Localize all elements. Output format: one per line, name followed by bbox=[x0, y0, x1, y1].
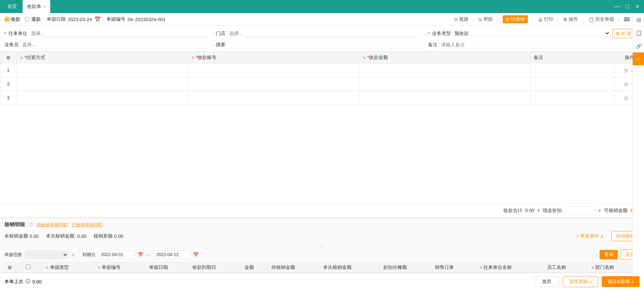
current-stat: 本次核销金额: 0.00 bbox=[46, 233, 86, 239]
row-1-delete-icon[interactable]: 🗑 bbox=[624, 67, 629, 73]
date-to-input[interactable] bbox=[154, 251, 190, 259]
biz-type-label: 业务类型 bbox=[432, 30, 451, 37]
equals-sign: = bbox=[598, 208, 601, 213]
row-1-account[interactable] bbox=[188, 63, 359, 77]
prev-info-icon[interactable]: ⓘ bbox=[25, 278, 30, 285]
bottom-col-employee: 员工名称 bbox=[544, 262, 588, 273]
pending-tab[interactable]: 待核销单据(0笔) bbox=[36, 222, 68, 228]
col-settings-header[interactable]: ⚙ bbox=[0, 52, 16, 63]
shop-label: 门店 bbox=[216, 30, 225, 37]
tab-receipt[interactable]: 收款单 × bbox=[23, 0, 50, 13]
writeoff-stats-row: 未核销金额 0.00 本次核销金额: 0.00 核销差额 0.00 ▽ 更多条件… bbox=[4, 231, 640, 241]
tab-bar: 首页 收款单 × — □ × bbox=[0, 0, 644, 13]
more-conditions-link[interactable]: ▽ 更多条件 ∧ bbox=[576, 233, 604, 239]
row-3-settlement[interactable] bbox=[16, 91, 188, 105]
query-button[interactable]: 查询 bbox=[600, 250, 618, 259]
more-conditions-label: 更多条件 bbox=[580, 233, 599, 239]
footer-right: 放弃 保存草稿 ∧ 保存&新增 ∧ bbox=[534, 276, 640, 287]
row-2-amount[interactable] bbox=[359, 77, 531, 91]
row-2-account[interactable] bbox=[188, 77, 359, 91]
divider1: | bbox=[473, 17, 474, 22]
row-2-remark[interactable] bbox=[531, 77, 615, 91]
filter-left: 单据范围 ∨ 到期日 📅 — 📅 bbox=[4, 250, 199, 259]
date-to-calendar-icon[interactable]: 📅 bbox=[193, 252, 199, 257]
menu-line1 bbox=[624, 17, 630, 18]
bottom-col-doc-num: ⇅ 单据编号 bbox=[94, 262, 146, 273]
sidebar-expand-icon[interactable]: ⤢ bbox=[633, 52, 644, 66]
date-from-calendar-icon[interactable]: 📅 bbox=[138, 252, 143, 257]
doc-number-field: 单据编号 SK-20230324-001 bbox=[106, 16, 166, 23]
row-3-delete-icon[interactable]: 🗑 bbox=[624, 95, 629, 101]
tab-close-icon[interactable]: × bbox=[43, 4, 46, 9]
done-tab[interactable]: 已核销单据(0笔) bbox=[72, 222, 103, 228]
bottom-col-receipt-due: 收款到期日 bbox=[189, 262, 241, 273]
doc-range-select[interactable] bbox=[25, 250, 68, 259]
discount-input[interactable] bbox=[566, 207, 595, 214]
bottom-col-counterpart: ⇅ 往来单位名称 bbox=[475, 262, 544, 273]
sidebar-table-icon[interactable]: ▤ bbox=[633, 13, 644, 26]
row-1-settlement[interactable] bbox=[16, 63, 188, 77]
writeoff-header: 核销明细 ⓘ 待核销单据(0笔) 已核销单据(0笔) bbox=[4, 222, 640, 228]
summary-input[interactable] bbox=[228, 41, 428, 48]
shop-more-icon[interactable]: ··· bbox=[424, 31, 428, 36]
history-action[interactable]: 📋 历史单据 bbox=[588, 16, 614, 23]
sales-input[interactable] bbox=[21, 41, 208, 48]
row-2-settlement[interactable] bbox=[16, 77, 188, 91]
row-1-amount[interactable] bbox=[359, 63, 531, 77]
row-2-delete-icon[interactable]: 🗑 bbox=[624, 81, 629, 87]
video-action[interactable]: ⊙ 视频 bbox=[454, 16, 468, 23]
row-3-account[interactable] bbox=[188, 91, 359, 105]
select-all-checkbox[interactable] bbox=[26, 264, 31, 269]
counterpart-more-icon[interactable]: ··· bbox=[212, 31, 216, 36]
biz-type-select[interactable]: 预收款 bbox=[453, 30, 610, 36]
row-3-remark[interactable] bbox=[531, 91, 615, 105]
minimize-button[interactable]: — bbox=[613, 3, 621, 10]
sidebar-doc-icon[interactable]: 📋 bbox=[633, 26, 644, 39]
date-separator: — bbox=[146, 252, 151, 258]
receipt-table: ⚙ ⇅ *结算方式 ⇅ *收款账号 ⇅ *收款金额 备注 bbox=[0, 52, 644, 105]
tab-home[interactable]: 首页 bbox=[3, 0, 21, 13]
bottom-col-settings[interactable]: ⚙ bbox=[5, 262, 23, 273]
save-draft-button[interactable]: 保存草稿 ∧ bbox=[563, 276, 598, 287]
maximize-button[interactable]: □ bbox=[624, 3, 631, 10]
date-from-input[interactable] bbox=[98, 251, 135, 259]
summary-field: 摘要 bbox=[216, 41, 428, 48]
collapse-indicator: ∨ bbox=[4, 244, 640, 248]
row-3-amount[interactable] bbox=[359, 91, 531, 105]
table-row: 2 🗑 ⊕ bbox=[0, 77, 644, 91]
biz-type-required-mark: * bbox=[428, 31, 430, 36]
close-button[interactable]: × bbox=[634, 3, 641, 10]
bottom-col-pending: 待核销金额 bbox=[268, 262, 320, 273]
chevron-up-icon: ∧ bbox=[600, 234, 604, 239]
bottom-col-current: 本次核销金额 bbox=[320, 262, 380, 273]
abandon-button[interactable]: 放弃 bbox=[534, 276, 559, 287]
help-icon: ⊙ bbox=[478, 17, 482, 22]
biz-type-select-wrap[interactable]: 预收款 bbox=[453, 30, 610, 37]
sales-more-icon[interactable]: ··· bbox=[212, 42, 216, 48]
print-action[interactable]: 🖨 打印 bbox=[538, 16, 553, 23]
tab-receipt-label: 收款单 bbox=[27, 3, 41, 10]
operations-action[interactable]: ⚙ 操作 bbox=[563, 16, 578, 23]
print-label: 打印 bbox=[544, 16, 553, 23]
diff-label: 核销差额 bbox=[94, 233, 113, 239]
diff-value: 0.00 bbox=[114, 234, 123, 239]
divider2: | bbox=[497, 17, 498, 22]
sort-icon-doc-num: ⇅ bbox=[98, 266, 101, 270]
bottom-col-amount: 金额 bbox=[241, 262, 268, 273]
radio-receipt[interactable]: 收款 bbox=[4, 16, 20, 23]
due-date-label: 到期日 bbox=[82, 252, 95, 258]
bottom-settings-icon: ⚙ bbox=[8, 265, 12, 270]
row-1-remark[interactable] bbox=[531, 63, 615, 77]
help-action[interactable]: ⊙ 帮助 bbox=[478, 16, 493, 23]
writeoff-info-icon[interactable]: ⓘ bbox=[28, 222, 33, 228]
date-icon[interactable]: 📅 bbox=[94, 16, 101, 22]
shop-input[interactable] bbox=[228, 30, 420, 37]
remark-input[interactable] bbox=[440, 41, 640, 48]
counterpart-input[interactable] bbox=[30, 30, 208, 37]
bottom-table: ⚙ ⇅ 单据类型 ⇅ 单据编号 bbox=[4, 262, 640, 273]
save-new-button[interactable]: 保存&新增 ∧ bbox=[602, 276, 640, 287]
radio-refund[interactable]: 退款 bbox=[25, 16, 41, 23]
shortcut-action[interactable]: ⊞ 快捷键 bbox=[503, 15, 528, 23]
menu-icon[interactable] bbox=[624, 17, 630, 21]
sidebar-link-icon[interactable]: 🔗 bbox=[633, 39, 644, 52]
